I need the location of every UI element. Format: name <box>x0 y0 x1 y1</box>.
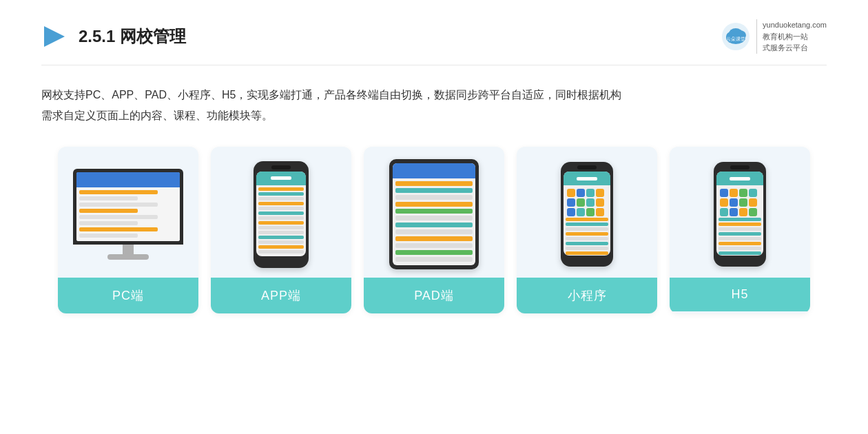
device-miniprogram <box>517 147 657 278</box>
device-h5 <box>670 147 810 278</box>
page-header: 2.5.1 网校管理 云朵课堂 yunduoketang.com 教育机构一站 … <box>41 19 827 65</box>
card-label-h5: H5 <box>670 278 810 311</box>
description-block: 网校支持PC、APP、PAD、小程序、H5，实现多端打通，产品各终端自由切换，数… <box>41 85 827 127</box>
phone-mockup-app <box>254 161 309 268</box>
card-miniprogram: 小程序 <box>517 147 657 313</box>
title-text: 网校管理 <box>120 27 186 45</box>
device-pad <box>364 147 504 278</box>
card-pc: PC端 <box>58 147 198 313</box>
description-line2: 需求自定义页面上的内容、课程、功能模块等。 <box>41 105 827 126</box>
card-app: APP端 <box>211 147 351 313</box>
card-label-miniprogram: 小程序 <box>517 278 657 313</box>
phone-mockup-h5 <box>714 162 766 267</box>
phone-mockup-mini <box>561 162 613 267</box>
device-pc <box>58 147 198 278</box>
logo-area: 云朵课堂 yunduoketang.com 教育机构一站 式服务云平台 <box>721 19 827 54</box>
svg-text:云朵课堂: 云朵课堂 <box>726 37 745 41</box>
page-title: 2.5.1 网校管理 <box>79 25 186 48</box>
logo-text: yunduoketang.com 教育机构一站 式服务云平台 <box>756 19 827 54</box>
cloud-logo-icon: 云朵课堂 <box>721 21 751 52</box>
logo-site: yunduoketang.com <box>763 19 827 31</box>
device-app <box>211 147 351 278</box>
tablet-mockup <box>389 159 479 269</box>
card-h5: H5 <box>670 147 810 313</box>
monitor-mockup <box>73 169 183 260</box>
section-number: 2.5.1 <box>79 27 115 45</box>
svg-marker-0 <box>44 26 65 47</box>
logo-tagline2: 式服务云平台 <box>763 42 827 54</box>
card-label-pc: PC端 <box>58 278 198 313</box>
cards-grid: PC端 <box>41 147 827 313</box>
section-icon <box>41 23 68 50</box>
card-label-app: APP端 <box>211 278 351 313</box>
header-left: 2.5.1 网校管理 <box>41 23 186 50</box>
page: 2.5.1 网校管理 云朵课堂 yunduoketang.com 教育机构一站 … <box>0 0 868 434</box>
card-label-pad: PAD端 <box>364 278 504 313</box>
description-line1: 网校支持PC、APP、PAD、小程序、H5，实现多端打通，产品各终端自由切换，数… <box>41 85 827 105</box>
card-pad: PAD端 <box>364 147 504 313</box>
logo-tagline1: 教育机构一站 <box>763 31 827 43</box>
